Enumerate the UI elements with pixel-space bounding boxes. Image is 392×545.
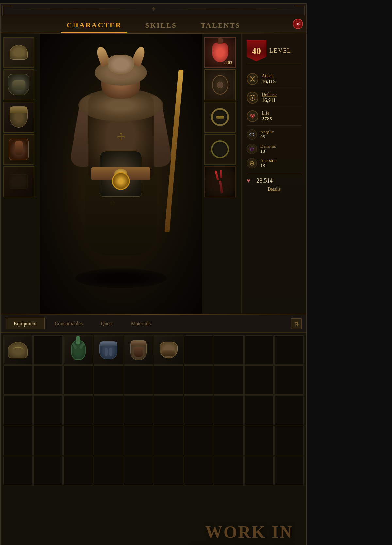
inventory-slot-10[interactable] [3,365,33,395]
level-number: 40 [247,40,266,61]
inventory-slot-1[interactable] [33,335,63,365]
inventory-slot-37[interactable] [214,426,243,455]
inventory-slot-13[interactable] [94,365,123,395]
inventory-slot-17[interactable] [214,365,243,395]
attack-label: Attack [262,73,276,79]
inventory-grid [1,333,306,488]
inventory-slot-4[interactable] [124,335,153,365]
details-link[interactable]: Details [247,187,302,192]
inventory-slot-7[interactable] [214,335,243,365]
inventory-slot-36[interactable] [184,426,213,455]
attack-value: 16,115 [262,79,276,85]
svg-point-2 [250,76,251,77]
inventory-slot-12[interactable] [63,365,93,395]
inventory-slot-5[interactable] [154,335,183,365]
tab-talents[interactable]: TALENTS [195,19,246,32]
inventory-tab-equipment[interactable]: Equipment [6,318,45,329]
inventory-item-armor [98,340,119,360]
demonic-info: Demonic 18 [260,144,276,154]
sort-button[interactable]: ⇅ [291,318,302,329]
inventory-slot-34[interactable] [124,426,153,455]
top-navigation: CHARACTER SKILLS TALENTS [1,14,306,33]
tab-skills[interactable]: SKILLS [140,19,183,32]
tab-character[interactable]: CHARACTER [61,18,127,33]
character-figure: ☩ ⚝ ✦ ☩ [40,34,202,314]
inventory-slot-20[interactable] [3,395,33,425]
alignment-stats: Angelic 98 Demonic 18 [247,127,302,170]
inventory-slot-27[interactable] [214,395,243,425]
corner-decoration-tl [2,6,12,15]
inventory-slot-49[interactable] [274,456,304,485]
corner-decoration-tr [295,6,305,15]
inventory-slot-3[interactable] [94,335,123,365]
inventory-slot-2[interactable] [63,335,93,365]
inventory-slot-9[interactable] [274,335,304,365]
character-body: ☩ ⚝ ✦ ☩ [72,59,170,288]
inventory-slot-46[interactable] [184,456,213,485]
stat-life: Life 2785 [247,107,302,126]
inventory-tab-quest[interactable]: Quest [92,318,121,329]
inventory-slot-22[interactable] [63,395,93,425]
demonic-label: Demonic [260,144,276,149]
inventory-slot-21[interactable] [33,395,63,425]
angelic-value: 98 [260,135,274,140]
potion-icon [212,43,228,62]
inventory-slot-33[interactable] [94,426,123,455]
inventory-slot-11[interactable] [33,365,63,395]
equipment-slot-amulet[interactable] [204,69,236,100]
equipment-slot-boots[interactable] [3,166,34,197]
inventory-slot-0[interactable] [3,335,33,365]
inventory-slot-44[interactable] [124,456,153,485]
defense-label: Defense [262,92,277,97]
inventory-slot-6[interactable] [184,335,213,365]
inventory-slot-45[interactable] [154,456,183,485]
close-button[interactable]: ✕ [293,19,303,29]
equipment-slots-right: -203 [202,34,241,314]
inventory-slot-32[interactable] [63,426,93,455]
inventory-slot-35[interactable] [154,426,183,455]
defense-icon [247,92,258,104]
equipment-slot-ring2[interactable] [204,134,236,165]
inventory-slot-23[interactable] [94,395,123,425]
inventory-tab-materials[interactable]: Materials [123,318,159,329]
inventory-tab-consumables[interactable]: Consumables [46,318,91,329]
inventory-slot-42[interactable] [63,456,93,485]
inventory-slot-15[interactable] [154,365,183,395]
inventory-slot-31[interactable] [33,426,63,455]
inventory-slot-26[interactable] [184,395,213,425]
equipment-slot-arms[interactable] [3,102,34,133]
inventory-slot-43[interactable] [94,456,123,485]
inventory-slot-16[interactable] [184,365,213,395]
life-value: 2785 [262,116,272,122]
inventory-slot-24[interactable] [124,395,153,425]
equipment-slot-legs[interactable] [3,134,34,165]
inventory-slot-38[interactable] [244,426,274,455]
equipment-slot-offhand[interactable] [204,166,236,197]
inventory-slot-25[interactable] [154,395,183,425]
wip-watermark: WORK IN PROGRESS [191,523,293,545]
currency-icon: ♥ [247,177,250,184]
inventory-slot-19[interactable] [274,365,304,395]
equipment-slot-potion[interactable]: -203 [204,37,236,68]
inventory-slot-30[interactable] [3,426,33,455]
equipment-slot-chest[interactable] [3,69,34,100]
inventory-slot-8[interactable] [244,335,274,365]
inventory-item-helmet [8,340,28,360]
currency-separator: | [253,177,254,184]
inventory-slot-18[interactable] [244,365,274,395]
inventory-tabs: Equipment Consumables Quest Materials ⇅ [1,315,306,333]
equipment-slots-left [1,34,40,314]
ancestral-value: 18 [260,163,277,168]
inventory-slot-14[interactable] [124,365,153,395]
inventory-slot-29[interactable] [274,395,304,425]
inventory-slot-47[interactable] [214,456,243,485]
stats-panel: 40 LEVEL Attack 16,115 [241,34,306,314]
inventory-slot-28[interactable] [244,395,274,425]
inventory-slot-48[interactable] [244,456,274,485]
inventory-slot-41[interactable] [33,456,63,485]
equipment-slot-ring1[interactable] [204,102,236,133]
inventory-slot-40[interactable] [3,456,33,485]
top-ornament: ⚜ [1,4,306,14]
inventory-slot-39[interactable] [274,426,304,455]
equipment-slot-helmet[interactable] [3,37,34,68]
